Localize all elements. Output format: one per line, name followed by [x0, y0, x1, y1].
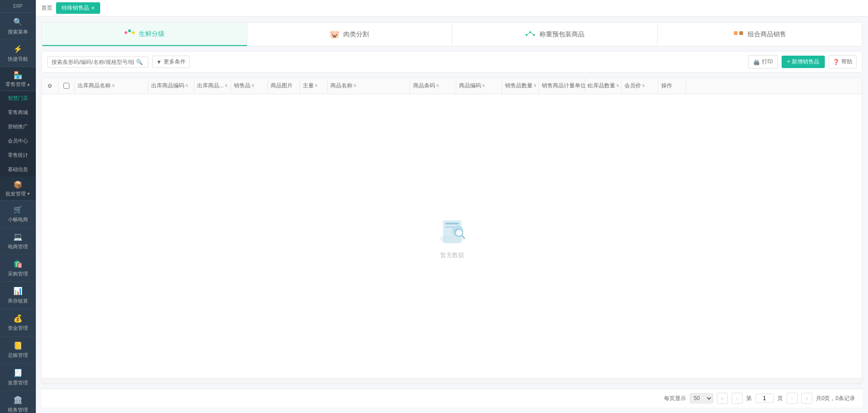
retail-mgmt-icon: 🏪: [13, 71, 23, 80]
sidebar-item-purchase[interactable]: 🛍️ 采购管理: [0, 255, 36, 282]
sidebar-item-label: 搜索菜单: [8, 29, 28, 35]
sidebar-item-label: 发票管理: [8, 379, 28, 386]
sidebar-item-general-ledger[interactable]: 📒 总账管理: [0, 337, 36, 364]
sidebar-logo: ERP: [0, 0, 36, 13]
th-goods-name: 商品名称 ⇅: [328, 78, 410, 93]
sidebar-item-inventory[interactable]: 📊 库存核算: [0, 282, 36, 309]
tab-fresh-grade[interactable]: 生鲜分级: [42, 23, 247, 46]
th-main-qty: 主量 ⇅: [300, 78, 328, 93]
help-button[interactable]: ❓ 帮助: [828, 55, 857, 69]
sidebar-subitem-membership[interactable]: 会员中心: [0, 134, 36, 148]
sidebar-item-label: 快捷导航: [8, 56, 28, 62]
sidebar-subitem-promo[interactable]: 营销推广: [0, 120, 36, 134]
sidebar-subitem-label: 会员中心: [8, 138, 28, 144]
th-gear[interactable]: ⚙: [42, 79, 58, 93]
sort-icon[interactable]: ⇅: [251, 84, 255, 88]
sort-icon[interactable]: ⇅: [436, 84, 439, 88]
close-tab-icon[interactable]: ✕: [91, 6, 95, 11]
topbar: 首页 特殊销售品 ✕: [36, 0, 868, 17]
per-page-select[interactable]: 50 100 200: [690, 393, 713, 403]
filter-icon: ▼: [156, 59, 162, 65]
th-out-product-code: 出库商品编码 ⇅: [148, 78, 194, 93]
first-page-button[interactable]: «: [717, 393, 728, 404]
sidebar-subitem-label: 智慧门店: [8, 95, 28, 102]
sidebar-subitem-smart-store[interactable]: 智慧门店: [0, 91, 36, 105]
tab-combo-sale[interactable]: 组合商品销售: [658, 23, 862, 46]
ecom-mgmt-icon: 💻: [13, 232, 23, 242]
search-box[interactable]: 🔍: [47, 57, 148, 68]
tax-icon: 🏛️: [13, 396, 23, 405]
th-checkbox[interactable]: [58, 79, 75, 92]
search-input[interactable]: [51, 59, 134, 65]
sort-icon[interactable]: ⇅: [112, 84, 115, 88]
th-barcode: 商品条码 ⇅: [410, 78, 456, 93]
sidebar-item-label: 零售管理 ▲: [6, 81, 30, 88]
empty-icon: [434, 213, 471, 246]
pagination: 每页显示 50 100 200 « ‹ 第 页 › » 共0页，0条记录: [41, 389, 862, 407]
th-sale-unit: 销售商品计量单位 ⇅: [539, 78, 585, 93]
category-tabs: 生鲜分级 🐷 肉类分割 称重预包装商品: [41, 22, 862, 46]
total-count: 共0页，0条记录: [816, 395, 855, 402]
select-all-checkbox[interactable]: [63, 83, 69, 89]
empty-text: 暂无数据: [440, 251, 464, 259]
svg-point-1: [128, 29, 131, 32]
toolbar: 🔍 ▼ 更多条件 🖨️ 打印 + 新增销售品 ❓ 帮助: [41, 51, 862, 73]
add-sale-button[interactable]: + 新增销售品: [782, 56, 825, 68]
toolbar-right: 🖨️ 打印 + 新增销售品 ❓ 帮助: [748, 55, 857, 69]
gear-icon[interactable]: ⚙: [47, 83, 52, 89]
invoice-icon: 🧾: [13, 368, 23, 378]
combo-sale-icon: [733, 29, 744, 39]
sort-icon[interactable]: ⇅: [225, 84, 228, 88]
sidebar-item-quick-nav[interactable]: ⚡ 快捷导航: [0, 40, 36, 67]
print-button[interactable]: 🖨️ 打印: [748, 55, 778, 69]
page-input[interactable]: [755, 394, 774, 403]
sidebar-item-finance[interactable]: 💰 资金管理: [0, 310, 36, 337]
sidebar-item-mini-ecom[interactable]: 🛒 小畅电商: [0, 201, 36, 228]
finance-icon: 💰: [13, 314, 23, 324]
sort-icon[interactable]: ⇅: [482, 84, 485, 88]
search-icon: 🔍: [136, 59, 143, 65]
sort-icon[interactable]: ⇅: [315, 84, 318, 88]
sidebar-item-label: 批发管理 ▼: [6, 190, 30, 197]
next-page-button[interactable]: ›: [787, 393, 798, 404]
sort-icon[interactable]: ⇅: [533, 84, 537, 88]
sidebar-item-tax[interactable]: 🏛️ 税务管理: [0, 391, 36, 413]
sidebar-item-label: 小畅电商: [8, 216, 28, 223]
filter-button[interactable]: ▼ 更多条件: [152, 56, 190, 68]
sort-icon[interactable]: ⇅: [185, 84, 188, 88]
mini-ecom-icon: 🛒: [13, 205, 23, 215]
home-breadcrumb[interactable]: 首页: [41, 4, 52, 12]
svg-rect-13: [445, 226, 454, 228]
th-out-product-name: 出库商品名称 ⇅: [75, 78, 148, 93]
help-label: 帮助: [841, 58, 852, 66]
tab-meat-cut[interactable]: 🐷 肉类分割: [247, 23, 453, 46]
print-label: 打印: [762, 58, 773, 66]
data-table: ⚙ 出库商品名称 ⇅ 出库商品编码 ⇅ 出库商品... ⇅: [41, 77, 862, 384]
sidebar-subitem-retail-mall[interactable]: 零售商城: [0, 105, 36, 120]
last-page-button[interactable]: »: [801, 393, 812, 404]
sidebar-item-wholesale-mgmt[interactable]: 📦 批发管理 ▼: [0, 177, 36, 201]
svg-rect-12: [445, 223, 459, 224]
th-out-product-spec: 出库商品... ⇅: [194, 78, 231, 93]
empty-state: 暂无数据: [42, 94, 862, 378]
svg-point-0: [125, 31, 127, 34]
sidebar-item-label: 电商管理: [8, 243, 28, 250]
add-label: + 新增销售品: [787, 58, 819, 66]
sidebar: ERP 🔍 搜索菜单 ⚡ 快捷导航 🏪 零售管理 ▲ 智慧门店 零售商城 营销推…: [0, 0, 36, 413]
sidebar-item-ecom-mgmt[interactable]: 💻 电商管理: [0, 228, 36, 255]
sidebar-item-invoice[interactable]: 🧾 发票管理: [0, 364, 36, 391]
tab-weight-prepack[interactable]: 称重预包装商品: [452, 23, 658, 46]
sidebar-subitem-basic-info[interactable]: 基础信息: [0, 162, 36, 177]
sort-icon[interactable]: ⇅: [353, 84, 357, 88]
prev-page-button[interactable]: ‹: [732, 393, 743, 404]
sort-icon[interactable]: ⇅: [616, 84, 619, 88]
tab-label: 肉类分割: [343, 30, 369, 39]
filter-label: 更多条件: [164, 58, 186, 66]
table-scrollbar[interactable]: [42, 378, 862, 384]
active-tab[interactable]: 特殊销售品 ✕: [56, 2, 100, 14]
sidebar-item-search[interactable]: 🔍 搜索菜单: [0, 13, 36, 40]
sidebar-subitem-retail-stats[interactable]: 零售统计: [0, 148, 36, 162]
sort-icon[interactable]: ⇅: [642, 84, 645, 88]
inventory-icon: 📊: [13, 287, 23, 296]
sidebar-item-retail-mgmt[interactable]: 🏪 零售管理 ▲: [0, 67, 36, 91]
